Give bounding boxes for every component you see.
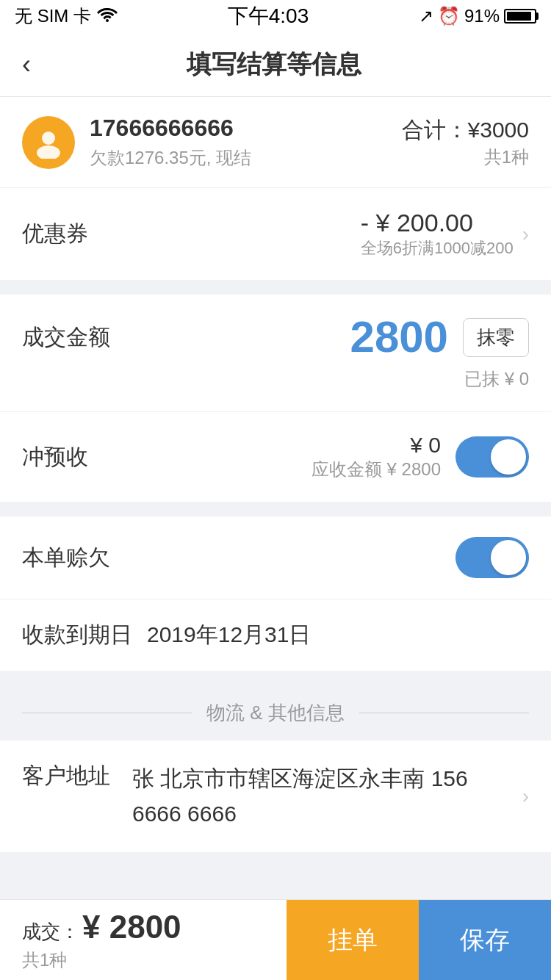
footer-total-amount: ¥ 2800 bbox=[82, 909, 181, 945]
hang-button[interactable]: 挂单 bbox=[287, 900, 419, 981]
coupon-desc: 全场6折满1000减200 bbox=[361, 237, 514, 259]
prepay-label: 冲预收 bbox=[22, 442, 88, 472]
credit-toggle[interactable] bbox=[455, 537, 529, 578]
prepay-right: ¥ 0 应收金额 ¥ 2800 bbox=[311, 433, 529, 481]
alarm-icon: ⏰ bbox=[438, 6, 460, 26]
battery-icon bbox=[504, 9, 536, 24]
header-line-left bbox=[22, 713, 192, 713]
amount-section: 成交金额 2800 抹零 已抹 ¥ 0 冲预收 ¥ 0 应收金额 ¥ 2800 bbox=[0, 295, 551, 502]
footer-left: 成交： ¥ 2800 共1种 bbox=[0, 909, 287, 972]
gap-3 bbox=[0, 671, 551, 685]
user-count: 共1种 bbox=[402, 145, 529, 169]
coupon-row[interactable]: 优惠券 - ¥ 200.00 全场6折满1000减200 › bbox=[0, 187, 551, 280]
amount-row-container: 成交金额 2800 抹零 已抹 ¥ 0 bbox=[0, 295, 551, 411]
user-sub: 欠款1276.35元, 现结 bbox=[90, 146, 251, 170]
page-title: 填写结算等信息 bbox=[46, 48, 503, 82]
user-section: 17666666666 欠款1276.35元, 现结 合计：¥3000 共1种 … bbox=[0, 97, 551, 280]
location-icon: ↗ bbox=[419, 6, 433, 26]
user-phone: 17666666666 bbox=[90, 115, 251, 142]
prepay-toggle[interactable] bbox=[455, 436, 529, 478]
amount-label: 成交金额 bbox=[22, 323, 110, 353]
battery-percent: 91% bbox=[464, 6, 500, 26]
coupon-chevron-icon: › bbox=[522, 223, 529, 246]
wifi-icon bbox=[97, 6, 118, 26]
coupon-right: - ¥ 200.00 全场6折满1000减200 › bbox=[361, 209, 529, 259]
user-info: 17666666666 欠款1276.35元, 现结 bbox=[90, 115, 251, 170]
status-right: ↗ ⏰ 91% bbox=[419, 6, 536, 26]
user-right: 合计：¥3000 共1种 bbox=[402, 115, 529, 169]
sim-label: 无 SIM 卡 bbox=[15, 4, 91, 28]
gap-2 bbox=[0, 502, 551, 516]
round-button[interactable]: 抹零 bbox=[463, 318, 529, 357]
footer-bar: 成交： ¥ 2800 共1种 挂单 保存 bbox=[0, 899, 551, 980]
address-chevron-icon: › bbox=[522, 785, 529, 808]
status-time: 下午4:03 bbox=[228, 2, 309, 30]
coupon-label: 优惠券 bbox=[22, 219, 88, 249]
svg-point-1 bbox=[37, 145, 60, 159]
user-row: 17666666666 欠款1276.35元, 现结 合计：¥3000 共1种 bbox=[0, 97, 551, 187]
address-label: 客户地址 bbox=[22, 761, 110, 791]
gap-1 bbox=[0, 280, 551, 295]
toggle-knob bbox=[491, 439, 526, 475]
user-total: 合计：¥3000 bbox=[402, 115, 529, 145]
svg-point-0 bbox=[42, 131, 55, 145]
avatar bbox=[22, 116, 75, 169]
credit-row: 本单赊欠 bbox=[0, 516, 551, 599]
prepay-row: 冲预收 ¥ 0 应收金额 ¥ 2800 bbox=[0, 411, 551, 502]
due-label: 收款到期日 bbox=[22, 620, 132, 650]
due-date: 2019年12月31日 bbox=[147, 620, 311, 650]
amount-row: 成交金额 2800 抹零 bbox=[22, 315, 529, 359]
nav-bar: ‹ 填写结算等信息 bbox=[0, 32, 551, 97]
credit-toggle-knob bbox=[491, 540, 526, 575]
address-row[interactable]: 客户地址 张 北京市市辖区海淀区永丰南 156 6666 6666 › bbox=[0, 741, 551, 852]
status-left: 无 SIM 卡 bbox=[15, 4, 118, 28]
back-button[interactable]: ‹ bbox=[22, 49, 31, 80]
coupon-discount: - ¥ 200.00 bbox=[361, 209, 473, 237]
prepay-amount: ¥ 0 bbox=[311, 433, 441, 458]
amount-number: 2800 bbox=[350, 315, 448, 359]
user-left: 17666666666 欠款1276.35元, 现结 bbox=[22, 115, 251, 170]
logistics-title: 物流 & 其他信息 bbox=[206, 700, 345, 726]
address-value: 张 北京市市辖区海淀区永丰南 156 6666 6666 bbox=[132, 761, 522, 832]
header-line-right bbox=[359, 713, 529, 713]
footer-count: 共1种 bbox=[22, 948, 264, 972]
due-row: 收款到期日 2019年12月31日 bbox=[0, 599, 551, 671]
amount-value-group: 2800 抹零 bbox=[350, 315, 529, 359]
credit-label: 本单赊欠 bbox=[22, 543, 110, 573]
footer-total-label: 成交： bbox=[22, 919, 79, 945]
save-button[interactable]: 保存 bbox=[419, 900, 551, 981]
amount-sub: 已抹 ¥ 0 bbox=[464, 369, 529, 389]
prepay-value-group: ¥ 0 应收金额 ¥ 2800 bbox=[311, 433, 441, 481]
credit-section: 本单赊欠 收款到期日 2019年12月31日 bbox=[0, 516, 551, 671]
prepay-sub: 应收金额 ¥ 2800 bbox=[311, 458, 441, 481]
status-bar: 无 SIM 卡 下午4:03 ↗ ⏰ 91% bbox=[0, 0, 551, 32]
logistics-header: 物流 & 其他信息 bbox=[0, 685, 551, 741]
